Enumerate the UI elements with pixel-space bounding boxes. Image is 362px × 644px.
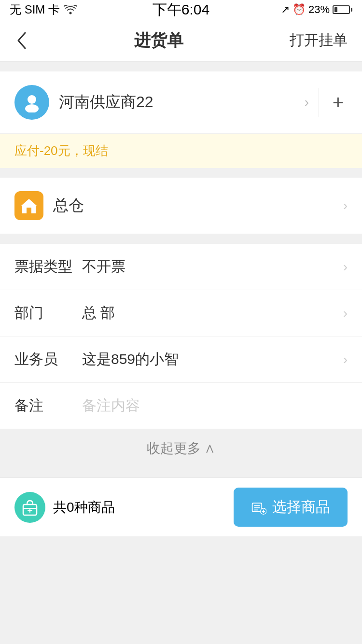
remark-row[interactable]: 备注 备注内容: [0, 383, 362, 429]
collapse-label: 收起更多 ∧: [147, 439, 216, 458]
notice-text: 应付-20元，现结: [14, 143, 108, 158]
collapse-row[interactable]: 收起更多 ∧: [0, 429, 362, 468]
battery-percent: 23%: [308, 3, 330, 16]
supplier-name: 河南供应商22: [59, 92, 305, 113]
page-title: 进货单: [134, 29, 183, 52]
warehouse-row[interactable]: 总仓 ›: [0, 178, 362, 234]
warehouse-icon: [14, 191, 43, 220]
section-gap-4: [0, 468, 362, 477]
department-chevron-icon: ›: [343, 306, 348, 321]
status-right: ↗ ⏰ 23%: [281, 3, 352, 16]
invoice-type-label: 票据类型: [14, 257, 72, 277]
section-gap-2: [0, 168, 362, 178]
salesperson-chevron-icon: ›: [343, 352, 348, 367]
svg-point-0: [70, 12, 72, 14]
status-left: 无 SIM 卡: [10, 2, 77, 17]
department-row[interactable]: 部门 总 部 ›: [0, 290, 362, 336]
department-value: 总 部: [72, 303, 343, 323]
remark-label: 备注: [14, 396, 72, 416]
section-gap-1: [0, 62, 362, 71]
salesperson-label: 业务员: [14, 350, 72, 369]
background-fill: [0, 536, 362, 644]
location-icon: ↗: [281, 3, 290, 16]
warehouse-name: 总仓: [53, 195, 343, 216]
open-pending-button[interactable]: 打开挂单: [290, 30, 348, 50]
salesperson-value: 这是859的小智: [72, 350, 343, 369]
svg-marker-4: [21, 199, 37, 206]
svg-point-1: [28, 95, 36, 104]
select-products-label: 选择商品: [272, 497, 330, 517]
section-gap-3: [0, 234, 362, 244]
remark-input[interactable]: 备注内容: [72, 396, 348, 416]
supplier-row[interactable]: 河南供应商22 › +: [0, 71, 362, 134]
products-count-area: 共0种商品: [14, 492, 115, 523]
product-icon: [14, 492, 45, 523]
warehouse-card: 总仓 ›: [0, 178, 362, 234]
select-products-icon: [251, 500, 266, 515]
notice-bar: 应付-20元，现结: [0, 134, 362, 168]
nav-bar: 进货单 打开挂单: [0, 19, 362, 62]
supplier-avatar: [14, 85, 49, 120]
battery-icon: [333, 5, 352, 14]
user-icon: [22, 92, 42, 112]
alarm-icon: ⏰: [292, 3, 306, 16]
shopping-bag-icon: [21, 499, 39, 516]
add-supplier-button[interactable]: +: [319, 88, 348, 117]
svg-point-2: [25, 104, 39, 112]
form-card: 票据类型 不开票 › 部门 总 部 › 业务员 这是859的小智 › 备注 备注…: [0, 244, 362, 429]
invoice-type-value: 不开票: [72, 257, 343, 277]
select-products-button[interactable]: 选择商品: [234, 488, 348, 527]
warehouse-chevron-icon: ›: [343, 198, 348, 213]
carrier-text: 无 SIM 卡: [10, 2, 60, 17]
department-label: 部门: [14, 303, 72, 323]
supplier-card: 河南供应商22 › + 应付-20元，现结: [0, 71, 362, 168]
products-text: 共0种商品: [53, 498, 115, 517]
supplier-chevron-icon: ›: [305, 95, 309, 110]
svg-rect-5: [27, 208, 31, 213]
warehouse-building-icon: [20, 197, 38, 214]
wifi-icon: [64, 5, 77, 14]
status-bar: 无 SIM 卡 下午6:04 ↗ ⏰ 23%: [0, 0, 362, 19]
salesperson-row[interactable]: 业务员 这是859的小智 ›: [0, 336, 362, 383]
back-button[interactable]: [14, 30, 28, 51]
invoice-type-row[interactable]: 票据类型 不开票 ›: [0, 244, 362, 290]
bottom-bar: 共0种商品 选择商品: [0, 477, 362, 536]
invoice-type-chevron-icon: ›: [343, 259, 348, 275]
status-time: 下午6:04: [153, 0, 209, 20]
